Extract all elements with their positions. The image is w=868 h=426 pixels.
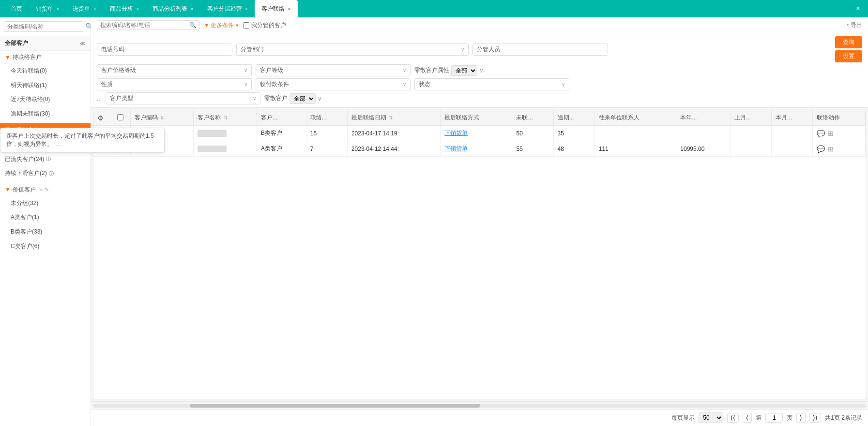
page-size-select[interactable]: 50 10 20 100 — [699, 412, 723, 423]
row-current-year — [676, 126, 731, 141]
next-page-button[interactable]: ⟩ — [796, 413, 806, 423]
close-icon[interactable]: × — [136, 6, 139, 12]
pending-contact-group[interactable]: ▼ 待联络客户 — [0, 51, 91, 64]
row-last-method: 下销货单 — [440, 141, 512, 157]
select-all-checkbox[interactable] — [117, 114, 123, 120]
row-last-method: 下销货单 — [440, 126, 512, 141]
retail-customer-select[interactable]: 全部 是 否 — [289, 93, 316, 104]
chevron-down-icon: ∨ — [318, 95, 322, 102]
branch-person-field[interactable]: 分管人员 ... — [472, 44, 608, 56]
grid-icon[interactable]: ⊞ — [828, 145, 834, 153]
sidebar-item-b-class[interactable]: B类客户(33) — [0, 225, 91, 239]
window-close-button[interactable]: × — [852, 4, 864, 13]
retail-attr-select[interactable]: 全部 是 否 — [451, 65, 477, 76]
customer-type-field[interactable]: 客户类型 ∨ — [106, 92, 260, 104]
arrow-icon: ▼ — [5, 54, 11, 61]
value-customer-group[interactable]: ▼ 价值客户 ○ ✎ — [0, 183, 91, 196]
nav-home[interactable]: 首页 — [4, 0, 29, 17]
sidebar-item-continuous-decline[interactable]: 持续下滑客户(2) ⓘ — [0, 166, 91, 181]
action-buttons: 查询 设置 — [835, 36, 862, 62]
sort-icon[interactable]: ⇅ — [389, 115, 393, 120]
sidebar-item-today[interactable]: 今天待联络(0) — [0, 64, 91, 78]
row-actions: 💬 ⊞ — [813, 141, 866, 157]
nav-sales-order[interactable]: 销货单 × — [29, 0, 66, 17]
filter-bar: 🔍 ▼ 更多条件 ∧ 我分管的客户 ↑ 导出 — [91, 17, 868, 33]
my-customer-label: 我分管的客户 — [251, 21, 286, 29]
sort-icon[interactable]: ⇅ — [224, 115, 228, 120]
nav-product-analysis-list[interactable]: 商品分析列表 × — [146, 0, 200, 17]
query-button[interactable]: 查询 — [835, 36, 862, 48]
nav-product-analysis[interactable]: 商品分析 × — [103, 0, 146, 17]
grid-icon[interactable]: ⊞ — [828, 130, 834, 137]
sort-icon[interactable]: ⇅ — [160, 115, 164, 120]
nav-customer-layered[interactable]: 客户分层经营 × — [200, 0, 255, 17]
col-last-contact-method: 最后联络方式 — [440, 110, 512, 126]
branch-dept-field[interactable]: 分管部门 ∨ — [236, 44, 469, 56]
nav-customer-contact[interactable]: 客户联络 × — [255, 0, 297, 17]
tooltip-box: 距客户上次交易时长，超过了此客户的平均交易周期的1.5倍，则视为异常。 ... — [0, 128, 165, 153]
row-contact-count: 7 — [306, 141, 347, 157]
arrow-icon: ▼ — [5, 186, 11, 193]
export-button[interactable]: ↑ 导出 — [846, 21, 862, 29]
sidebar-item-already-lost[interactable]: 已流失客户(24) ⓘ — [0, 152, 91, 167]
sidebar-search-input[interactable] — [4, 21, 83, 32]
filter-row-1: 电话号码 分管部门 ∨ 分管人员 ... 查询 设置 — [97, 36, 862, 62]
close-icon[interactable]: × — [245, 6, 248, 12]
row-type: B类客户 — [257, 126, 306, 141]
prev-page-button[interactable]: ⟨ — [743, 413, 752, 423]
customer-level-field[interactable]: 客户等级 ∨ — [256, 64, 411, 76]
sidebar-item-a-class[interactable]: A类客户(1) — [0, 210, 91, 225]
scroll-track — [93, 404, 866, 408]
my-customer-checkbox[interactable] — [243, 22, 249, 29]
payment-field[interactable]: 收付款条件 ∨ — [256, 78, 411, 90]
sidebar-item-c-class[interactable]: C类客户(6) — [0, 239, 91, 254]
row-last-month — [731, 126, 772, 141]
row-contact-person: 111 — [594, 141, 676, 157]
row-last-date: 2023-04-17 14:19: — [347, 126, 440, 141]
table-row: 2 000031 A类客户 7 2023-04-12 14:44: 下销货单 5… — [93, 141, 866, 157]
chat-icon[interactable]: 💬 — [817, 130, 825, 137]
settings-button[interactable]: 设置 — [835, 50, 862, 62]
more-conditions-btn[interactable]: ▼ 更多条件 ∧ — [204, 21, 239, 29]
more-link[interactable]: ... — [97, 95, 102, 102]
tooltip-text: 距客户上次交易时长，超过了此客户的平均交易周期的1.5倍，则视为异常。 — [6, 132, 154, 147]
close-icon[interactable]: × — [288, 6, 290, 12]
row-overdue: 48 — [553, 141, 594, 157]
col-overdue: 逾期... — [553, 110, 594, 126]
search-icon[interactable]: 🔍 — [85, 23, 91, 30]
filter-rows: 电话号码 分管部门 ∨ 分管人员 ... 查询 设置 — [91, 33, 868, 108]
horizontal-scrollbar[interactable] — [91, 401, 868, 409]
sidebar-item-7days[interactable]: 近7天待联络(0) — [0, 92, 91, 107]
scroll-thumb[interactable] — [190, 404, 480, 408]
sidebar-item-tomorrow[interactable]: 明天待联络(1) — [0, 78, 91, 93]
gender-field[interactable]: 性质 ∨ — [97, 78, 252, 90]
row-name — [194, 141, 257, 157]
status-field[interactable]: 状态 ∨ — [414, 78, 569, 90]
page-input[interactable] — [765, 413, 783, 423]
row-actions: 💬 ⊞ — [813, 126, 866, 141]
row-not-contacted: 55 — [512, 141, 553, 157]
last-page-button[interactable]: ⟩⟩ — [809, 413, 821, 423]
filter-icon: ▼ — [204, 22, 210, 29]
search-icon[interactable]: 🔍 — [189, 22, 197, 29]
close-icon[interactable]: × — [56, 6, 59, 12]
row-overdue: 35 — [553, 126, 594, 141]
first-page-button[interactable]: ⟨⟨ — [727, 413, 739, 423]
close-icon[interactable]: × — [93, 6, 96, 12]
sidebar-item-ungroup[interactable]: 未分组(32) — [0, 196, 91, 211]
close-icon[interactable]: × — [190, 6, 193, 12]
sidebar-search-area: 🔍 — [0, 17, 91, 36]
search-input[interactable] — [100, 22, 187, 29]
table-settings-icon[interactable]: ⚙ — [97, 114, 104, 122]
phone-field[interactable]: 电话号码 — [97, 44, 232, 56]
blurred-name — [198, 146, 227, 152]
tooltip-more[interactable]: ... — [56, 141, 61, 147]
export-icon: ↑ — [846, 22, 849, 29]
sidebar-item-overdue[interactable]: 逾期未联络(30) — [0, 107, 91, 121]
nav-purchase-order[interactable]: 进货单 × — [66, 0, 103, 17]
collapse-icon[interactable]: ≪ — [79, 40, 86, 47]
col-contact-person: 往来单位联系人 — [594, 110, 676, 126]
customer-price-level-field[interactable]: 客户价格等级 ∨ — [97, 64, 252, 76]
chat-icon[interactable]: 💬 — [817, 145, 825, 153]
all-customers-title: 全部客户 ≪ — [0, 36, 91, 51]
